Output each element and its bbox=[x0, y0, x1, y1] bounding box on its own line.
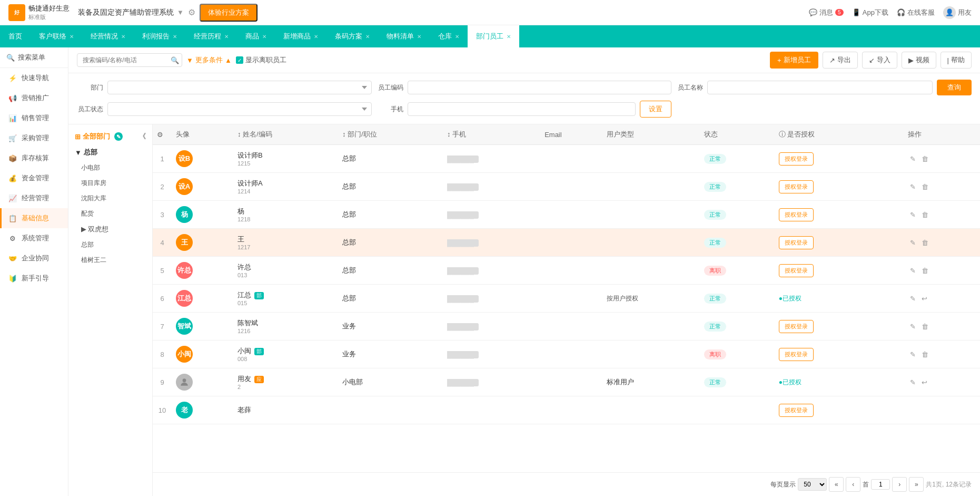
nav-item-employees[interactable]: 部门员工✕ bbox=[468, 25, 519, 47]
col-settings[interactable]: ⚙ bbox=[153, 124, 172, 145]
dept-item-small-elec[interactable]: 小电部 bbox=[68, 160, 152, 176]
first-page-btn[interactable]: « bbox=[829, 477, 844, 492]
set-btn[interactable]: 设置 bbox=[640, 101, 671, 118]
nav-close-employees[interactable]: ✕ bbox=[507, 34, 511, 40]
collapse-icon[interactable]: 《 bbox=[139, 132, 146, 141]
emp-code-input[interactable] bbox=[408, 81, 672, 94]
col-settings-icon[interactable]: ⚙ bbox=[157, 131, 163, 139]
nav-basic-info[interactable]: 📋 基础信息 bbox=[0, 208, 68, 228]
delete-btn-6[interactable]: ↩ bbox=[922, 295, 927, 303]
message-btn[interactable]: 💬 消息 5 bbox=[809, 8, 844, 17]
delete-btn-3[interactable]: 🗑 bbox=[922, 211, 928, 219]
export-btn[interactable]: ↗ 导出 bbox=[823, 52, 858, 69]
nav-sales[interactable]: 📊 销售管理 bbox=[0, 108, 68, 128]
auth-btn-7[interactable]: 授权登录 bbox=[779, 320, 814, 333]
auth-btn-2[interactable]: 授权登录 bbox=[779, 180, 814, 193]
nav-item-new-goods[interactable]: 新增商品✕ bbox=[275, 25, 326, 47]
auth-btn-5[interactable]: 授权登录 bbox=[779, 264, 814, 277]
last-page-btn[interactable]: » bbox=[909, 477, 924, 492]
nav-close-profit[interactable]: ✕ bbox=[173, 34, 177, 40]
auth-btn-1[interactable]: 授权登录 bbox=[779, 152, 814, 166]
delete-btn-2[interactable]: 🗑 bbox=[922, 183, 928, 191]
dept-select[interactable] bbox=[107, 81, 372, 94]
import-btn[interactable]: ↙ 导入 bbox=[862, 52, 897, 69]
settings-icon[interactable]: ⚙ bbox=[188, 7, 195, 17]
dept-parent-head[interactable]: ▼ 总部 bbox=[68, 144, 152, 160]
edit-btn-1[interactable]: ✎ bbox=[910, 155, 916, 163]
user-btn[interactable]: 👤 用友 bbox=[943, 6, 972, 19]
auth-btn-10[interactable]: 授权登录 bbox=[779, 404, 814, 417]
col-dept-pos[interactable]: ↕ 部门/职位 bbox=[338, 124, 443, 145]
col-name-code[interactable]: ↕ 姓名/编码 bbox=[233, 124, 338, 145]
nav-finance[interactable]: 💰 资金管理 bbox=[0, 168, 68, 188]
auth-btn-8[interactable]: 授权登录 bbox=[779, 348, 814, 361]
search-menu-btn[interactable]: 🔍 搜索菜单 bbox=[0, 47, 68, 68]
nav-close-barcode[interactable]: ✕ bbox=[365, 34, 370, 40]
nav-business[interactable]: 📈 经营管理 bbox=[0, 188, 68, 208]
trial-button[interactable]: 体验行业方案 bbox=[200, 4, 258, 22]
help-btn[interactable]: | 帮助 bbox=[941, 52, 972, 69]
nav-close-bom[interactable]: ✕ bbox=[417, 34, 421, 40]
nav-close-journey[interactable]: ✕ bbox=[224, 34, 229, 40]
nav-item-journey[interactable]: 经营历程✕ bbox=[185, 25, 237, 47]
search-input[interactable] bbox=[77, 53, 182, 67]
delete-btn-7[interactable]: 🗑 bbox=[922, 323, 928, 330]
nav-inventory[interactable]: 📦 库存核算 bbox=[0, 148, 68, 168]
emp-status-select[interactable] bbox=[107, 102, 372, 116]
dept-item-headquarters[interactable]: 总部 bbox=[68, 237, 152, 252]
col-phone[interactable]: ↕ 手机 bbox=[443, 124, 540, 145]
edit-btn-6[interactable]: ✎ bbox=[910, 295, 916, 303]
dropdown-icon[interactable]: ▼ bbox=[177, 8, 184, 16]
nav-cooperation[interactable]: 🤝 企业协同 bbox=[0, 248, 68, 268]
current-page-input[interactable] bbox=[871, 479, 890, 490]
all-dept-btn[interactable]: ⊞ 全部部门 ✎ 《 bbox=[68, 129, 152, 144]
dept-item-shenyang[interactable]: 沈阳大库 bbox=[68, 191, 152, 206]
dept-item-project-store[interactable]: 项目库房 bbox=[68, 176, 152, 191]
show-inactive-checkbox[interactable]: ✓ bbox=[236, 56, 243, 64]
nav-close-operation[interactable]: ✕ bbox=[121, 34, 125, 40]
query-btn[interactable]: 查询 bbox=[937, 80, 972, 95]
nav-close-customer[interactable]: ✕ bbox=[70, 34, 74, 40]
nav-quick[interactable]: ⚡ 快速导航 bbox=[0, 68, 68, 88]
delete-btn-9[interactable]: ↩ bbox=[922, 378, 927, 386]
nav-item-warehouse[interactable]: 仓库✕ bbox=[430, 25, 468, 47]
nav-close-goods[interactable]: ✕ bbox=[262, 34, 266, 40]
nav-item-goods[interactable]: 商品✕ bbox=[237, 25, 275, 47]
page-size-select[interactable]: 50 100 bbox=[798, 478, 827, 491]
video-btn[interactable]: ▶ 视频 bbox=[902, 52, 936, 69]
edit-btn-7[interactable]: ✎ bbox=[910, 323, 916, 330]
nav-marketing[interactable]: 📢 营销推广 bbox=[0, 88, 68, 108]
edit-btn-8[interactable]: ✎ bbox=[910, 351, 916, 358]
edit-btn-2[interactable]: ✎ bbox=[910, 183, 916, 191]
nav-item-profit[interactable]: 利润报告✕ bbox=[134, 25, 185, 47]
nav-item-bom[interactable]: 物料清单✕ bbox=[378, 25, 430, 47]
auth-btn-3[interactable]: 授权登录 bbox=[779, 208, 814, 221]
dept-item-delivery[interactable]: 配货 bbox=[68, 206, 152, 221]
delete-btn-4[interactable]: 🗑 bbox=[922, 239, 928, 247]
search-submit-icon[interactable]: 🔍 bbox=[171, 56, 179, 64]
app-download-btn[interactable]: 📱 App下载 bbox=[852, 8, 888, 17]
nav-item-home[interactable]: 首页 bbox=[0, 25, 31, 47]
emp-name-input[interactable] bbox=[707, 81, 933, 94]
edit-btn-9[interactable]: ✎ bbox=[910, 378, 916, 386]
delete-btn-5[interactable]: 🗑 bbox=[922, 267, 928, 275]
edit-btn-5[interactable]: ✎ bbox=[910, 267, 916, 275]
nav-item-customer[interactable]: 客户联络✕ bbox=[31, 25, 82, 47]
auth-btn-4[interactable]: 授权登录 bbox=[779, 236, 814, 249]
edit-btn-4[interactable]: ✎ bbox=[910, 239, 916, 247]
dept-item-shuanghu[interactable]: ▶ 双虎想 bbox=[68, 221, 152, 237]
delete-btn-1[interactable]: 🗑 bbox=[922, 155, 928, 163]
online-service-btn[interactable]: 🎧 在线客服 bbox=[897, 8, 935, 17]
nav-item-operation[interactable]: 经营情况✕ bbox=[82, 25, 134, 47]
prev-page-btn[interactable]: ‹ bbox=[846, 477, 860, 492]
delete-btn-8[interactable]: 🗑 bbox=[922, 351, 928, 358]
nav-guide[interactable]: 🔰 新手引导 bbox=[0, 268, 68, 288]
nav-close-warehouse[interactable]: ✕ bbox=[455, 34, 459, 40]
nav-purchase[interactable]: 🛒 采购管理 bbox=[0, 128, 68, 148]
add-employee-btn[interactable]: + 新增员工 bbox=[770, 52, 818, 69]
nav-system[interactable]: ⚙ 系统管理 bbox=[0, 228, 68, 248]
nav-item-barcode[interactable]: 条码方案✕ bbox=[326, 25, 378, 47]
show-inactive-wrap[interactable]: ✓ 显示离职员工 bbox=[236, 55, 286, 65]
dept-item-plant-king[interactable]: 植树王二 bbox=[68, 252, 152, 268]
edit-btn-3[interactable]: ✎ bbox=[910, 211, 916, 219]
